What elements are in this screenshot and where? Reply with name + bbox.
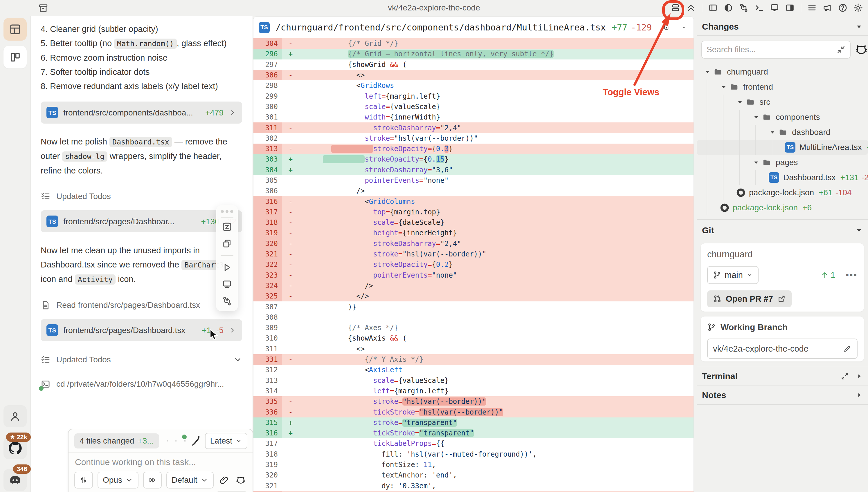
tool-call-row[interactable]: Read frontend/src/pages/Dashboard.tsx: [41, 299, 242, 311]
diff-editor-icon[interactable]: [664, 22, 669, 33]
diff-line[interactable]: 312 <AxisLeft: [253, 365, 694, 375]
diff-line[interactable]: 319- height={innerHeight}: [253, 228, 694, 238]
tree-folder-churnguard[interactable]: churnguard: [697, 65, 868, 79]
diff-line[interactable]: 300 scale={valueScale}: [253, 101, 694, 112]
rail-item-layout[interactable]: [3, 18, 27, 41]
terminal-prompt-icon[interactable]: [753, 3, 765, 13]
expand-icon[interactable]: [841, 372, 849, 380]
play-icon[interactable]: [222, 262, 232, 273]
branch-dropdown[interactable]: main: [707, 266, 758, 284]
push-ahead-indicator[interactable]: 1: [821, 270, 835, 280]
diff-line[interactable]: 325- </>: [253, 291, 694, 301]
terminal-section-header[interactable]: Terminal: [697, 367, 868, 386]
diff-line[interactable]: 323- pointerEvents="none": [253, 270, 694, 280]
tree-file-MultiLineArea.tsx[interactable]: TSMultiLineArea.tsx+110-162: [697, 140, 868, 155]
diff-line[interactable]: 305 pointerEvents="none": [253, 175, 694, 186]
files-changed-chip[interactable]: 4 files changed +3...: [74, 434, 159, 448]
attach-icon[interactable]: [218, 475, 230, 485]
drag-handle[interactable]: [221, 210, 233, 213]
changes-section-header[interactable]: Changes: [697, 20, 868, 34]
diff-line[interactable]: 302 stroke="hsl(var(--border))": [253, 133, 694, 144]
megaphone-icon[interactable]: [822, 3, 833, 13]
file-change-chip[interactable]: TSfrontend/src/components/dashboa...+479: [41, 101, 242, 124]
diff-line[interactable]: 309 {/* Axes */}: [253, 323, 694, 333]
tree-folder-components[interactable]: components: [697, 110, 868, 125]
mode-dropdown[interactable]: Default: [166, 472, 214, 489]
diff-line[interactable]: 311- strokeDasharray="2,4": [253, 122, 694, 133]
account-button[interactable]: [3, 405, 27, 427]
diff-line[interactable]: 318 fill: 'hsl(var(--muted-foreground))'…: [253, 449, 694, 460]
diff-line[interactable]: 324- />: [253, 280, 694, 291]
git-section-header[interactable]: Git: [697, 222, 868, 239]
settings-sliders-button[interactable]: [74, 472, 93, 489]
diff-line[interactable]: 303+ strokeOpacity={0.15}: [253, 154, 694, 165]
collapse-icon[interactable]: [837, 45, 845, 54]
diff-line[interactable]: 320- strokeDasharray="2,4": [253, 239, 694, 249]
toggle-views-icon[interactable]: [670, 3, 681, 13]
model-dropdown[interactable]: Opus: [97, 472, 139, 489]
diff-line[interactable]: 308: [253, 312, 694, 323]
diff-line[interactable]: 336- tickStroke="hsl(var(--border))": [253, 407, 694, 417]
todos-icon[interactable]: [184, 436, 186, 446]
diff-line[interactable]: 321 dy: '0.33em',: [253, 481, 694, 491]
rail-item-board[interactable]: [3, 46, 27, 69]
diff-line[interactable]: 313- strokeOpacity={0.3}: [253, 144, 694, 154]
cat-icon[interactable]: [855, 44, 867, 56]
more-options-button[interactable]: •••: [846, 270, 858, 280]
settings-icon[interactable]: [852, 3, 864, 13]
pencil-icon[interactable]: [843, 344, 852, 353]
tree-file-package-lock.json[interactable]: package-lock.json+61-104: [697, 185, 868, 200]
notes-section-header[interactable]: Notes: [697, 386, 868, 404]
message-input[interactable]: Continue working on this task...: [69, 452, 253, 469]
diff-line[interactable]: 301 width={innerWidth}: [253, 112, 694, 122]
diff-line[interactable]: 304- {/* Grid */}: [253, 38, 694, 49]
panel-right-icon[interactable]: [784, 3, 796, 13]
copy-icon[interactable]: [222, 239, 232, 249]
diff-line[interactable]: 296+ {/* Grid – horizontal lines only, v…: [253, 49, 694, 59]
tool-call-row[interactable]: Updated Todos: [41, 354, 242, 366]
fast-forward-button[interactable]: [143, 472, 162, 489]
chevron-down-icon[interactable]: [233, 355, 242, 364]
working-branch-input[interactable]: vk/4e2a-explore-the-code: [707, 339, 858, 359]
diff-line[interactable]: 316+ tickStroke="transparent": [253, 428, 694, 438]
diff-line[interactable]: 313 scale={valueScale}: [253, 375, 694, 386]
github-link[interactable]: 22k: [3, 437, 27, 459]
diff-line[interactable]: 318- scale={dateScale}: [253, 217, 694, 228]
monitor-icon[interactable]: [769, 3, 780, 13]
diff-line[interactable]: 321- stroke="hsl(var(--border))": [253, 249, 694, 259]
diff-line[interactable]: 315+ stroke="transparent": [253, 417, 694, 428]
diff-z-icon[interactable]: [222, 222, 232, 232]
diff-line[interactable]: 306- <>: [253, 70, 694, 80]
diff-line[interactable]: 331- {/* Y Axis */}: [253, 354, 694, 365]
diff-line[interactable]: 316- <GridColumns: [253, 196, 694, 206]
tree-folder-src[interactable]: src: [697, 95, 868, 110]
tree-folder-frontend[interactable]: frontend: [697, 79, 868, 95]
git-compare-icon[interactable]: [738, 3, 750, 13]
chevron-down-icon[interactable]: [682, 23, 686, 32]
scroll-top-icon[interactable]: [167, 436, 168, 446]
file-change-chip[interactable]: TSfrontend/src/pages/Dashboar...+130-22: [41, 210, 242, 232]
tool-call-row[interactable]: Updated Todos: [41, 191, 242, 202]
panel-left-icon[interactable]: [707, 3, 719, 13]
diff-line[interactable]: 317 tickLabelProps={{: [253, 438, 694, 449]
send-button[interactable]: Send: [216, 491, 247, 492]
latest-dropdown[interactable]: Latest: [205, 433, 247, 449]
open-pr-button[interactable]: Open PR #7: [707, 290, 792, 307]
search-input[interactable]: Search files...: [701, 41, 850, 58]
diff-line[interactable]: 297 {showGrid && (: [253, 59, 694, 70]
help-icon[interactable]: [837, 3, 848, 13]
git-compare-icon[interactable]: [222, 296, 232, 306]
diff-line[interactable]: 335- stroke="hsl(var(--border))": [253, 396, 694, 407]
theme-contrast-icon[interactable]: [723, 3, 734, 13]
diff-line[interactable]: 320 textAnchor: 'end',: [253, 470, 694, 481]
diff-line[interactable]: 311 <>: [253, 344, 694, 354]
diff-line[interactable]: 304+ strokeDasharray="3,6": [253, 165, 694, 175]
monitor-icon[interactable]: [222, 279, 232, 290]
diff-line[interactable]: 317- top={margin.top}: [253, 207, 694, 217]
diff-line[interactable]: 319 fontSize: 11,: [253, 460, 694, 470]
tree-folder-dashboard[interactable]: dashboard: [697, 125, 868, 140]
diff-line[interactable]: 307 )}: [253, 301, 694, 312]
tree-folder-pages[interactable]: pages: [697, 155, 868, 170]
diff-line[interactable]: 314 left={margin.left}: [253, 386, 694, 396]
tool-call-row[interactable]: cd /private/var/folders/10/h7w0q46556ggr…: [41, 378, 242, 390]
